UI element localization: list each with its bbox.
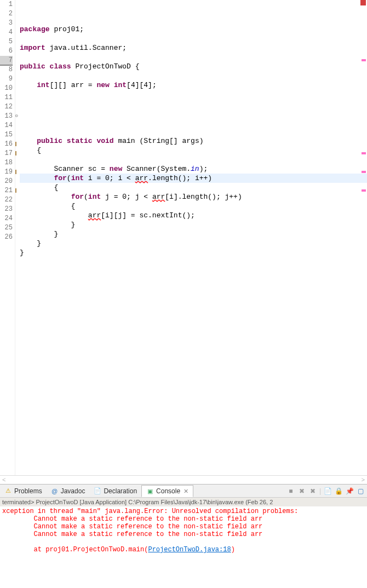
javadoc-icon: @ — [51, 487, 59, 495]
console-line — [2, 538, 365, 546]
console-output[interactable]: xception in thread "main" java.lang.Erro… — [0, 506, 367, 588]
console-line: at proj01.ProjectOnTwoD.main(ProjectOnTw… — [2, 546, 365, 554]
breakpoint-marker[interactable] — [15, 170, 16, 174]
problems-icon: ⚠ — [4, 487, 12, 495]
line-number[interactable]: 14 — [0, 121, 13, 130]
code-line[interactable] — [20, 99, 367, 108]
tab-label: Declaration — [104, 487, 137, 495]
tab-label: Console — [156, 487, 180, 495]
code-line[interactable]: { — [20, 146, 367, 155]
code-content[interactable]: package proj01;import java.util.Scanner;… — [15, 0, 367, 475]
tab-javadoc[interactable]: @ Javadoc — [47, 486, 90, 497]
breakpoint-marker[interactable] — [15, 188, 16, 193]
breakpoint-marker[interactable] — [15, 142, 16, 146]
horizontal-scrollbar[interactable]: < > — [0, 475, 367, 484]
stacktrace-link[interactable]: ProjectOnTwoD.java:18 — [148, 546, 231, 554]
line-number[interactable]: 23 — [0, 205, 13, 214]
error-marker[interactable] — [362, 171, 366, 173]
code-line[interactable]: } — [20, 239, 367, 248]
code-line[interactable]: Scanner sc = new Scanner(System.in); — [20, 164, 367, 174]
line-number[interactable]: 21 — [0, 186, 13, 195]
line-number[interactable]: 9 — [0, 74, 13, 84]
code-line[interactable] — [20, 127, 367, 136]
line-number[interactable]: 7 — [0, 56, 13, 65]
line-number[interactable]: 20 — [0, 177, 13, 186]
remove-all-icon[interactable]: ✖ — [308, 487, 317, 495]
tab-label: Problems — [14, 487, 42, 495]
line-number[interactable]: 26 — [0, 233, 13, 242]
error-marker[interactable] — [362, 152, 366, 154]
line-number[interactable]: 5 — [0, 37, 13, 47]
line-gutter: 1234567891011121314151617181920212223242… — [0, 0, 15, 475]
code-line[interactable]: package proj01; — [20, 25, 367, 34]
line-number[interactable]: 18 — [0, 158, 13, 168]
console-launch-header: terminated> ProjectOnTwoD [Java Applicat… — [0, 498, 367, 506]
line-number[interactable]: 22 — [0, 195, 13, 205]
tab-console[interactable]: ▣ Console ✕ — [141, 485, 193, 497]
code-line[interactable]: } — [20, 248, 367, 257]
code-line[interactable]: int[][] arr = new int[4][4]; — [20, 80, 367, 90]
line-number[interactable]: 16 — [0, 140, 13, 149]
tab-declaration[interactable]: 📄 Declaration — [89, 486, 141, 497]
code-line[interactable]: public class ProjectOnTwoD { — [20, 62, 367, 71]
remove-launch-icon[interactable]: ✖ — [297, 487, 306, 495]
line-number[interactable]: 15 — [0, 130, 13, 140]
code-editor[interactable]: 1234567891011121314151617181920212223242… — [0, 0, 367, 475]
scroll-lock-icon[interactable]: 🔒 — [334, 487, 343, 495]
code-line[interactable]: for(int j = 0; j < arr[i].length(); j++) — [20, 192, 367, 201]
stop-icon[interactable]: ■ — [286, 487, 295, 495]
tab-label: Javadoc — [61, 487, 85, 495]
line-number[interactable]: 2 — [0, 9, 13, 19]
line-number[interactable]: 12 — [0, 102, 13, 112]
code-line[interactable] — [20, 71, 367, 80]
pin-console-icon[interactable]: 📌 — [345, 487, 354, 495]
line-number[interactable]: 10 — [0, 84, 13, 93]
console-icon: ▣ — [146, 487, 154, 495]
line-number[interactable]: 3 — [0, 19, 13, 28]
code-line[interactable]: public static void main (String[] args) — [20, 136, 367, 146]
console-line: xception in thread "main" java.lang.Erro… — [2, 508, 365, 515]
line-number[interactable]: 1 — [0, 0, 13, 9]
code-line[interactable]: for(int i = 0; i < arr.length(); i++) — [20, 174, 367, 183]
code-line[interactable]: { — [20, 183, 367, 192]
code-line[interactable] — [20, 34, 367, 43]
clear-console-icon[interactable]: 📄 — [323, 487, 332, 495]
code-line[interactable]: } — [20, 220, 367, 229]
line-number[interactable]: 4 — [0, 28, 13, 37]
declaration-icon: 📄 — [94, 487, 101, 495]
overview-ruler[interactable] — [359, 0, 367, 475]
error-marker[interactable] — [362, 189, 366, 192]
console-line: Cannot make a static reference to the no… — [2, 523, 365, 531]
console-line: Cannot make a static reference to the no… — [2, 531, 365, 538]
line-number[interactable]: 19 — [0, 168, 13, 177]
close-icon[interactable]: ✕ — [184, 488, 188, 495]
console-line: Cannot make a static reference to the no… — [2, 515, 365, 523]
line-number[interactable]: 11 — [0, 93, 13, 102]
code-line[interactable]: arr[i][j] = sc.nextInt(); — [20, 211, 367, 220]
code-line[interactable]: } — [20, 229, 367, 239]
line-number[interactable]: 6 — [0, 47, 13, 56]
code-line[interactable] — [20, 155, 367, 164]
views-tab-bar: ⚠ Problems @ Javadoc 📄 Declaration ▣ Con… — [0, 485, 367, 498]
bottom-panel: ⚠ Problems @ Javadoc 📄 Declaration ▣ Con… — [0, 484, 367, 588]
code-line[interactable] — [20, 108, 367, 118]
line-number[interactable]: 17 — [0, 149, 13, 158]
code-line[interactable]: import java.util.Scanner; — [20, 43, 367, 53]
code-line[interactable] — [20, 257, 367, 267]
line-number[interactable]: 8 — [0, 65, 13, 74]
console-toolbar: ■ ✖ ✖ | 📄 🔒 📌 ▢ — [286, 487, 367, 495]
line-number[interactable]: 25 — [0, 223, 13, 233]
code-line[interactable]: { — [20, 201, 367, 211]
scroll-left-arrow[interactable]: < — [2, 477, 6, 483]
line-number[interactable]: 24 — [0, 214, 13, 223]
line-number[interactable]: 13 — [0, 112, 13, 121]
scroll-right-arrow[interactable]: > — [361, 477, 365, 483]
error-marker[interactable] — [362, 59, 366, 61]
breakpoint-marker[interactable] — [15, 151, 16, 155]
code-line[interactable] — [20, 90, 367, 99]
code-line[interactable] — [20, 118, 367, 127]
tab-problems[interactable]: ⚠ Problems — [0, 486, 47, 497]
display-console-icon[interactable]: ▢ — [356, 487, 365, 495]
code-line[interactable] — [20, 53, 367, 62]
error-overview-marker[interactable] — [360, 0, 366, 5]
